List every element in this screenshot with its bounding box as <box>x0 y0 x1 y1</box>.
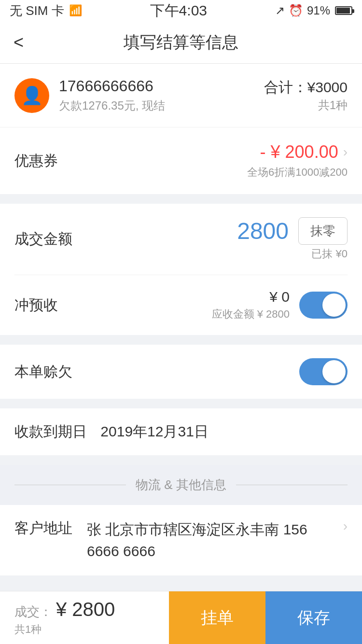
due-date-value: 2019年12月31日 <box>100 423 208 439</box>
location-icon: ↗ <box>275 4 285 17</box>
customer-info: 17666666666 欠款1276.35元, 现结 <box>59 77 165 113</box>
bottom-price: ¥ 2800 <box>56 599 115 620</box>
alarm-icon: ⏰ <box>289 4 303 17</box>
prepay-label: 冲预收 <box>14 295 58 315</box>
coupon-row[interactable]: 优惠券 - ¥ 200.00 › 全场6折满1000减200 <box>0 127 362 194</box>
customer-section: 👤 17666666666 欠款1276.35元, 现结 合计：¥3000 共1… <box>0 64 362 194</box>
total-amount: 合计：¥3000 <box>264 78 348 98</box>
coupon-discount: - ¥ 200.00 <box>260 142 338 162</box>
address-content: 张 北京市市辖区海淀区永丰南 156 6666 6666 <box>87 518 338 562</box>
deal-amount-row: 成交金额 2800 抹零 已抹 ¥0 <box>14 204 348 275</box>
customer-left: 👤 17666666666 欠款1276.35元, 现结 <box>14 77 165 113</box>
coupon-description: 全场6折满1000减200 <box>247 165 348 180</box>
pending-label: 挂单 <box>201 607 234 629</box>
toggle-knob <box>322 294 346 317</box>
bottom-summary-prefix: 成交： <box>14 603 52 620</box>
wifi-icon: 📶 <box>69 4 82 17</box>
battery-percent: 91% <box>307 4 330 17</box>
back-button[interactable]: < <box>14 32 24 53</box>
address-section[interactable]: 客户地址 张 北京市市辖区海淀区永丰南 156 6666 6666 › <box>0 505 362 575</box>
status-time: 下午4:03 <box>150 1 207 21</box>
due-date-label: 收款到期日 <box>14 423 87 439</box>
debt-label: 本单赊欠 <box>14 362 72 382</box>
prepay-row: 冲预收 ¥ 0 应收金额 ¥ 2800 <box>14 275 348 335</box>
due-date-section: 收款到期日 2019年12月31日 <box>0 408 362 455</box>
deal-amount-sub: 已抹 ¥0 <box>311 247 348 261</box>
round-button[interactable]: 抹零 <box>298 217 348 245</box>
address-label: 客户地址 <box>14 518 77 538</box>
battery-icon <box>335 6 352 15</box>
status-bar: 无 SIM 卡 📶 下午4:03 ↗ ⏰ 91% <box>0 0 362 21</box>
bottom-bar: 成交： ¥ 2800 共1种 挂单 保存 <box>0 591 362 644</box>
prepay-sub: 应收金额 ¥ 2800 <box>212 307 290 322</box>
nav-bar: < 填写结算等信息 <box>0 21 362 64</box>
debt-toggle[interactable] <box>299 358 348 385</box>
avatar-icon: 👤 <box>21 85 43 106</box>
pending-button[interactable]: 挂单 <box>169 591 265 644</box>
bottom-count: 共1种 <box>14 622 154 637</box>
coupon-right: - ¥ 200.00 › 全场6折满1000减200 <box>247 142 348 180</box>
divider-line-right <box>236 485 348 485</box>
prepay-amount: ¥ 0 <box>212 289 290 305</box>
logistics-label: 物流 & 其他信息 <box>136 476 226 493</box>
due-date-text: 收款到期日 2019年12月31日 <box>14 423 209 439</box>
customer-row: 👤 17666666666 欠款1276.35元, 现结 合计：¥3000 共1… <box>0 64 362 127</box>
customer-right: 合计：¥3000 共1种 <box>264 78 348 113</box>
carrier-label: 无 SIM 卡 <box>10 2 64 19</box>
prepay-toggle[interactable] <box>299 292 348 319</box>
total-count: 共1种 <box>264 98 348 113</box>
coupon-chevron: › <box>343 144 348 160</box>
page-title: 填写结算等信息 <box>124 31 238 54</box>
avatar: 👤 <box>14 78 49 113</box>
divider-line-left <box>14 485 126 485</box>
save-label: 保存 <box>297 607 330 629</box>
save-button[interactable]: 保存 <box>265 591 362 644</box>
coupon-label: 优惠券 <box>14 151 58 171</box>
status-left: 无 SIM 卡 📶 <box>10 2 82 19</box>
debt-toggle-knob <box>322 360 346 383</box>
customer-phone: 17666666666 <box>59 77 165 95</box>
amount-section: 成交金额 2800 抹零 已抹 ¥0 冲预收 ¥ 0 应收金额 ¥ 2800 <box>0 204 362 335</box>
customer-debt: 欠款1276.35元, 现结 <box>59 98 165 113</box>
logistics-divider: 物流 & 其他信息 <box>0 465 362 505</box>
address-chevron: › <box>343 518 348 534</box>
debt-section: 本单赊欠 <box>0 345 362 399</box>
prepay-info: ¥ 0 应收金额 ¥ 2800 <box>212 289 290 322</box>
status-right: ↗ ⏰ 91% <box>275 4 352 17</box>
deal-amount-value: 2800 <box>237 218 289 244</box>
deal-amount-label: 成交金额 <box>14 229 72 249</box>
bottom-summary: 成交： ¥ 2800 共1种 <box>0 599 169 637</box>
deal-amount-right: 2800 抹零 <box>237 217 348 245</box>
